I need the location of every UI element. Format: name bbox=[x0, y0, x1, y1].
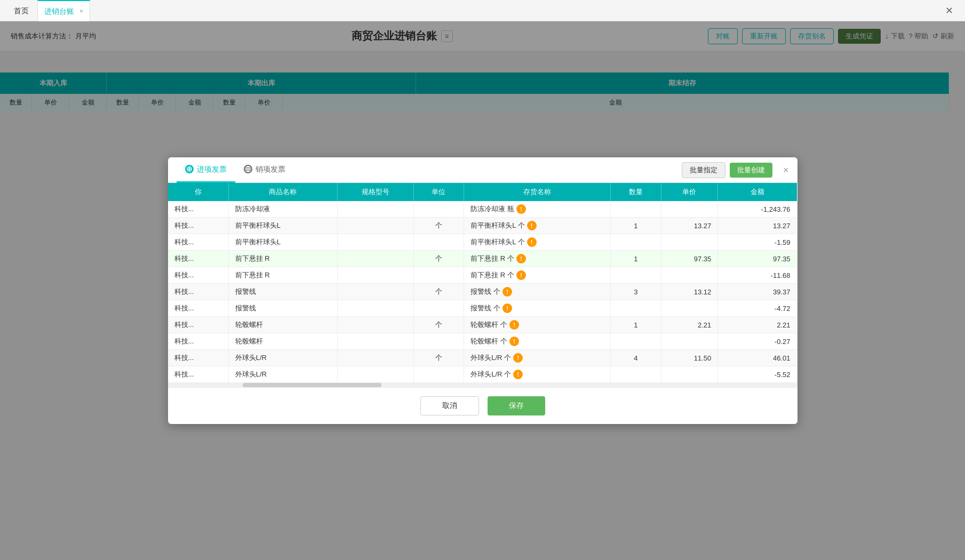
col-header-product: 商品名称 bbox=[228, 183, 337, 201]
cell-spec bbox=[337, 234, 413, 251]
cell-spec bbox=[337, 333, 413, 350]
cancel-button[interactable]: 取消 bbox=[420, 396, 479, 415]
cell-spec bbox=[337, 300, 413, 317]
cell-product: 外球头L/R bbox=[228, 350, 337, 366]
cell-qty: 1 bbox=[611, 317, 661, 333]
batch-create-button[interactable]: 批量创建 bbox=[730, 163, 772, 178]
cell-company: 科技... bbox=[168, 366, 229, 383]
cell-qty bbox=[611, 267, 661, 284]
col-header-spec: 规格型号 bbox=[337, 183, 413, 201]
cell-inventory: 前平衡杆球头L 个! bbox=[464, 234, 611, 251]
cell-company: 科技... bbox=[168, 350, 229, 366]
cell-inventory: 外球头L/R 个! bbox=[464, 350, 611, 366]
cell-amount: -1.59 bbox=[718, 234, 797, 251]
cell-spec bbox=[337, 251, 413, 267]
cell-inventory: 前平衡杆球头L 个! bbox=[464, 218, 611, 234]
cell-product: 轮毂螺杆 bbox=[228, 317, 337, 333]
cell-unit-price: 2.21 bbox=[661, 317, 718, 333]
cell-unit bbox=[413, 333, 464, 350]
dialog-scroll-area bbox=[168, 383, 797, 387]
cell-product: 前平衡杆球头L bbox=[228, 218, 337, 234]
cell-qty: 4 bbox=[611, 350, 661, 366]
cell-amount: 39.37 bbox=[718, 284, 797, 300]
cell-amount: -0.27 bbox=[718, 333, 797, 350]
col-header-unit-price: 单价 bbox=[661, 183, 718, 201]
col-header-qty: 数量 bbox=[611, 183, 661, 201]
warning-icon: ! bbox=[516, 204, 526, 214]
batch-assign-button[interactable]: 批量指定 bbox=[682, 162, 725, 178]
cell-unit-price: 13.27 bbox=[661, 218, 718, 234]
cell-unit-price: 11.50 bbox=[661, 350, 718, 366]
cell-unit bbox=[413, 201, 464, 218]
save-button[interactable]: 保存 bbox=[488, 396, 545, 415]
cell-company: 科技... bbox=[168, 333, 229, 350]
cell-spec bbox=[337, 218, 413, 234]
warning-icon: ! bbox=[509, 337, 519, 346]
cell-company: 科技... bbox=[168, 317, 229, 333]
tab-active[interactable]: 进销台账 × bbox=[37, 0, 90, 21]
cell-amount: -4.72 bbox=[718, 300, 797, 317]
cell-amount: -5.52 bbox=[718, 366, 797, 383]
cell-inventory: 外球头L/R 个! bbox=[464, 366, 611, 383]
warning-icon: ! bbox=[527, 237, 537, 247]
cell-amount: 2.21 bbox=[718, 317, 797, 333]
cell-qty bbox=[611, 300, 661, 317]
tab-home[interactable]: 首页 bbox=[5, 0, 37, 21]
cell-product: 前下悬挂 R bbox=[228, 251, 337, 267]
cell-unit bbox=[413, 234, 464, 251]
table-row: 科技...外球头L/R个外球头L/R 个!411.5046.01 bbox=[168, 350, 797, 366]
table-row: 科技...外球头L/R外球头L/R 个!-5.52 bbox=[168, 366, 797, 383]
cell-product: 前下悬挂 R bbox=[228, 267, 337, 284]
table-row: 科技...防冻冷却液防冻冷却液 瓶!-1,243.76 bbox=[168, 201, 797, 218]
table-row: 科技...前平衡杆球头L个前平衡杆球头L 个!113.2713.27 bbox=[168, 218, 797, 234]
top-bar: 首页 进销台账 × ✕ bbox=[0, 0, 965, 21]
cell-unit: 个 bbox=[413, 284, 464, 300]
window-close-button[interactable]: ✕ bbox=[938, 0, 960, 21]
table-row: 科技...报警线报警线 个!-4.72 bbox=[168, 300, 797, 317]
tab-outbound-invoice[interactable]: 销项发票 bbox=[235, 157, 294, 183]
cell-qty: 3 bbox=[611, 284, 661, 300]
cell-unit-price bbox=[661, 234, 718, 251]
cell-unit bbox=[413, 366, 464, 383]
col-header-unit: 单位 bbox=[413, 183, 464, 201]
cell-product: 外球头L/R bbox=[228, 366, 337, 383]
col-header-inventory: 存货名称 bbox=[464, 183, 611, 201]
cell-inventory: 报警线 个! bbox=[464, 284, 611, 300]
warning-icon: ! bbox=[509, 320, 519, 330]
cell-amount: 97.35 bbox=[718, 251, 797, 267]
cell-inventory: 轮毂螺杆 个! bbox=[464, 317, 611, 333]
cell-unit-price bbox=[661, 267, 718, 284]
cell-unit: 个 bbox=[413, 218, 464, 234]
overlay: 进项发票 销项发票 批量指定 批量创建 × bbox=[0, 21, 965, 560]
cell-qty bbox=[611, 333, 661, 350]
cell-qty bbox=[611, 234, 661, 251]
invoice-table: 你 商品名称 规格型号 单位 存货名称 数量 单价 金额 科技...防冻冷却液防… bbox=[168, 183, 797, 383]
cell-product: 防冻冷却液 bbox=[228, 201, 337, 218]
warning-icon: ! bbox=[513, 370, 523, 379]
cell-company: 科技... bbox=[168, 251, 229, 267]
dialog-scrollbar[interactable] bbox=[243, 383, 381, 387]
dialog-table-wrapper: 你 商品名称 规格型号 单位 存货名称 数量 单价 金额 科技...防冻冷却液防… bbox=[168, 183, 797, 383]
table-row: 科技...轮毂螺杆个轮毂螺杆 个!12.212.21 bbox=[168, 317, 797, 333]
table-row: 科技...前平衡杆球头L前平衡杆球头L 个!-1.59 bbox=[168, 234, 797, 251]
cell-spec bbox=[337, 350, 413, 366]
table-header-row: 你 商品名称 规格型号 单位 存货名称 数量 单价 金额 bbox=[168, 183, 797, 201]
main-area: 销售成本计算方法： 月平均 商贸企业进销台账 ≡ 对账 重新开账 存货别名 生成… bbox=[0, 21, 965, 560]
cell-qty: 1 bbox=[611, 251, 661, 267]
cell-unit bbox=[413, 267, 464, 284]
cell-company: 科技... bbox=[168, 267, 229, 284]
table-row: 科技...前下悬挂 R前下悬挂 R 个!-11.68 bbox=[168, 267, 797, 284]
dialog-close-button[interactable]: × bbox=[783, 165, 789, 175]
cell-spec bbox=[337, 284, 413, 300]
cell-inventory: 报警线 个! bbox=[464, 300, 611, 317]
cell-unit: 个 bbox=[413, 251, 464, 267]
cell-inventory: 前下悬挂 R 个! bbox=[464, 251, 611, 267]
cell-company: 科技... bbox=[168, 284, 229, 300]
cell-product: 前平衡杆球头L bbox=[228, 234, 337, 251]
cell-unit-price bbox=[661, 201, 718, 218]
dialog-header: 进项发票 销项发票 批量指定 批量创建 × bbox=[168, 157, 797, 183]
col-header-company: 你 bbox=[168, 183, 229, 201]
cell-inventory: 防冻冷却液 瓶! bbox=[464, 201, 611, 218]
tab-inbound-invoice[interactable]: 进项发票 bbox=[177, 157, 235, 183]
tab-close-icon[interactable]: × bbox=[79, 1, 83, 22]
